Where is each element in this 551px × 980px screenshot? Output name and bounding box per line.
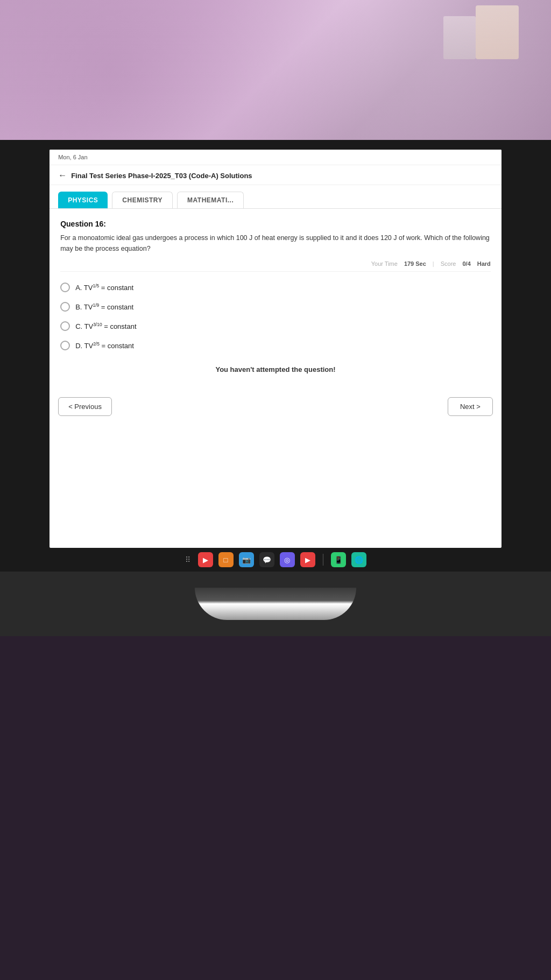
date-display: Mon, 6 Jan bbox=[58, 154, 87, 160]
back-header: ← Final Test Series Phase-I-2025_T03 (Co… bbox=[50, 165, 501, 185]
radio-d[interactable] bbox=[60, 341, 70, 350]
radio-a[interactable] bbox=[60, 283, 70, 292]
photo-background bbox=[0, 0, 551, 140]
next-button[interactable]: Next > bbox=[448, 397, 493, 416]
screen-bezel: Mon, 6 Jan ← Final Test Series Phase-I-2… bbox=[0, 140, 551, 572]
tabs-row: PHYSICS CHEMISTRY MATHEMATI... bbox=[50, 185, 501, 209]
option-a[interactable]: A. TV1/5 = constant bbox=[60, 283, 491, 292]
question-number: Question 16: bbox=[60, 220, 491, 228]
apps-grid-icon[interactable]: ⠿ bbox=[185, 555, 190, 564]
option-c-text: C. TV3/10 = constant bbox=[75, 322, 136, 330]
taskbar-app-8[interactable]: 🌐 bbox=[351, 552, 366, 567]
tab-mathematics[interactable]: MATHEMATI... bbox=[177, 192, 244, 208]
taskbar-app-1[interactable]: ▶ bbox=[198, 552, 213, 567]
score-label: Score bbox=[441, 260, 456, 267]
laptop-hinge bbox=[195, 588, 356, 620]
tab-chemistry[interactable]: CHEMISTRY bbox=[112, 192, 173, 208]
page-title: Final Test Series Phase-I-2025_T03 (Code… bbox=[71, 172, 252, 180]
radio-c[interactable] bbox=[60, 321, 70, 331]
radio-b[interactable] bbox=[60, 302, 70, 312]
laptop-body bbox=[0, 572, 551, 636]
nav-buttons: < Previous Next > bbox=[50, 393, 501, 427]
taskbar-app-6[interactable]: ▶ bbox=[300, 552, 315, 567]
option-d[interactable]: D. TV2/5 = constant bbox=[60, 341, 491, 350]
meta-row: Your Time 179 Sec | Score 0/4 Hard bbox=[60, 260, 491, 272]
option-a-text: A. TV1/5 = constant bbox=[75, 283, 133, 292]
not-attempted-message: You haven't attempted the question! bbox=[60, 359, 491, 384]
time-label: Your Time bbox=[371, 260, 398, 267]
taskbar: ⠿ ▶ □ 📷 💬 ◎ ▶ 📱 🌐 bbox=[180, 548, 372, 572]
question-area: Question 16: For a monoatomic ideal gas … bbox=[50, 209, 501, 393]
taskbar-separator bbox=[323, 554, 323, 566]
laptop-screen: Mon, 6 Jan ← Final Test Series Phase-I-2… bbox=[0, 140, 551, 572]
score-value: 0/4 bbox=[462, 260, 470, 267]
options-list: A. TV1/5 = constant B. TV1/9 = constant bbox=[60, 280, 491, 359]
option-c[interactable]: C. TV3/10 = constant bbox=[60, 321, 491, 331]
option-b[interactable]: B. TV1/9 = constant bbox=[60, 302, 491, 312]
taskbar-app-3[interactable]: 📷 bbox=[239, 552, 254, 567]
option-d-text: D. TV2/5 = constant bbox=[75, 341, 134, 350]
taskbar-app-7[interactable]: 📱 bbox=[331, 552, 346, 567]
app-container: Mon, 6 Jan ← Final Test Series Phase-I-2… bbox=[50, 150, 501, 548]
question-text: For a monoatomic ideal gas undergoes a p… bbox=[60, 232, 491, 254]
taskbar-app-5[interactable]: ◎ bbox=[280, 552, 295, 567]
status-bar: Mon, 6 Jan bbox=[50, 150, 501, 165]
back-button[interactable]: ← bbox=[58, 171, 67, 180]
time-value: 179 Sec bbox=[404, 260, 426, 267]
taskbar-app-2[interactable]: □ bbox=[218, 552, 234, 567]
difficulty-badge: Hard bbox=[477, 260, 491, 267]
previous-button[interactable]: < Previous bbox=[58, 397, 112, 416]
tab-physics[interactable]: PHYSICS bbox=[58, 192, 108, 208]
screen-content: Mon, 6 Jan ← Final Test Series Phase-I-2… bbox=[50, 150, 501, 548]
option-b-text: B. TV1/9 = constant bbox=[75, 302, 133, 311]
taskbar-app-4[interactable]: 💬 bbox=[259, 552, 274, 567]
